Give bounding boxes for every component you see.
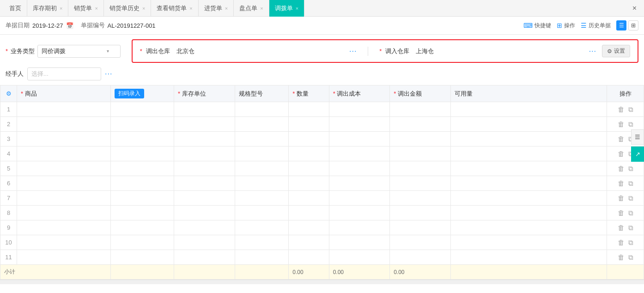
close-tab-transfer[interactable]: × (296, 6, 298, 11)
biz-type-field: * 业务类型 同价调拨 ▾ (6, 45, 121, 58)
delete-icon[interactable]: 🗑 (618, 135, 625, 143)
copy-icon[interactable]: ⧉ (628, 105, 633, 114)
delete-icon[interactable]: 🗑 (618, 224, 625, 232)
delete-icon[interactable]: 🗑 (618, 165, 625, 172)
tab-sales-history[interactable]: 销货单历史 × (104, 0, 151, 17)
th-spec: 规格型号 (235, 85, 289, 102)
items-table: ⚙ * 商品 扫码录入 * 库存单位 规格型号 * (0, 85, 644, 280)
th-available: 可用量 (450, 85, 607, 102)
calendar-icon[interactable]: 📅 (66, 22, 73, 29)
warehouse-out-more-btn[interactable]: ··· (349, 47, 357, 55)
table-row: 8🗑⧉ (0, 206, 644, 220)
agent-row: 经手人 选择... ··· (6, 67, 638, 80)
copy-icon[interactable]: ⧉ (628, 238, 633, 247)
operations-btn[interactable]: ⊞ 操作 (557, 22, 575, 30)
table-row: 10🗑⧉ (0, 235, 644, 250)
delete-icon[interactable]: 🗑 (618, 179, 625, 187)
warehouse-box: * 调出仓库 北京仓 ··· * 调入仓库 上海仓 ··· ⚙ 设置 (132, 39, 638, 63)
delete-icon[interactable]: 🗑 (618, 120, 625, 128)
table-row: 1🗑⧉ (0, 102, 644, 117)
tab-transfer[interactable]: 调拨单 × (269, 0, 304, 17)
grid-icon: ⊞ (557, 22, 562, 29)
tab-home[interactable]: 首页 (4, 0, 27, 17)
table-row: 11🗑⧉ (0, 250, 644, 265)
warehouse-out-field: * 调出仓库 北京仓 ··· (140, 47, 357, 55)
tab-view-sales[interactable]: 查看销货单 × (151, 0, 198, 17)
history-btn[interactable]: ☰ 历史单据 (581, 22, 611, 30)
shortcuts-btn[interactable]: ⌨ 快捷键 (523, 22, 551, 30)
table-row: 5🗑⧉ (0, 161, 644, 176)
copy-icon[interactable]: ⧉ (628, 165, 633, 173)
agent-select[interactable]: 选择... (27, 67, 101, 80)
table-row: 4🗑⧉ (0, 146, 644, 161)
warehouse-divider (368, 47, 368, 56)
gear-icon: ⚙ (607, 48, 612, 55)
horizontal-scrollbar[interactable] (0, 280, 644, 284)
th-amount: * 调出金额 (390, 85, 450, 102)
th-settings[interactable]: ⚙ (0, 85, 17, 102)
warehouse-in-required: * (379, 48, 382, 55)
grid-view-btn[interactable]: ⊞ (628, 20, 638, 31)
warehouse-out-required: * (140, 48, 142, 55)
side-export-btn[interactable]: ↗ (631, 146, 644, 162)
delete-icon[interactable]: 🗑 (618, 105, 625, 113)
copy-icon[interactable]: ⧉ (628, 120, 633, 128)
th-scan: 扫码录入 (111, 85, 174, 102)
close-tab-purchase-order[interactable]: × (225, 6, 228, 11)
biz-type-arrow-icon: ▾ (107, 49, 109, 54)
shortcuts-icon: ⌨ (523, 22, 533, 29)
biz-type-select[interactable]: 同价调拨 ▾ (37, 45, 121, 58)
warehouse-in-field: * 调入仓库 上海仓 ··· (379, 47, 596, 55)
delete-icon[interactable]: 🗑 (618, 150, 625, 158)
side-list-btn[interactable]: ☰ (631, 129, 644, 145)
table-wrap: ⚙ * 商品 扫码录入 * 库存单位 规格型号 * (0, 85, 644, 280)
table-header-row: ⚙ * 商品 扫码录入 * 库存单位 规格型号 * (0, 85, 644, 102)
close-tab-stocktake[interactable]: × (260, 6, 263, 11)
copy-icon[interactable]: ⧉ (628, 179, 633, 188)
copy-icon[interactable]: ⧉ (628, 209, 633, 217)
toolbar-right: ⌨ 快捷键 ⊞ 操作 ☰ 历史单据 ☰ ⊞ (523, 20, 638, 31)
th-cost: * 调出成本 (329, 85, 389, 102)
th-op: 操作 (607, 85, 644, 102)
tab-purchase-order[interactable]: 进货单 × (199, 0, 234, 17)
settings-btn[interactable]: ⚙ 设置 (602, 45, 630, 57)
copy-icon[interactable]: ⧉ (628, 253, 633, 262)
history-icon: ☰ (581, 22, 587, 29)
delete-icon[interactable]: 🗑 (618, 194, 625, 202)
close-all-tabs[interactable]: × (629, 4, 640, 12)
delete-icon[interactable]: 🗑 (618, 238, 625, 246)
warehouse-in-more-btn[interactable]: ··· (589, 47, 596, 55)
table-row: 6🗑⧉ (0, 176, 644, 191)
delete-icon[interactable]: 🗑 (618, 209, 625, 217)
tab-sales-order[interactable]: 销货单 × (68, 0, 103, 17)
close-tab-view-sales[interactable]: × (189, 6, 192, 11)
close-tab-sales-order[interactable]: × (95, 6, 97, 11)
agent-more-btn[interactable]: ··· (105, 70, 112, 78)
copy-icon[interactable]: ⧉ (628, 194, 633, 202)
th-goods: * 商品 (17, 85, 111, 102)
delete-icon[interactable]: 🗑 (618, 253, 625, 261)
table-row: 3🗑⧉ (0, 132, 644, 146)
close-tab-inventory-init[interactable]: × (60, 6, 62, 11)
table-row: 9🗑⧉ (0, 220, 644, 235)
date-field: 单据日期 2019-12-27 📅 (6, 21, 73, 30)
table-gear-icon[interactable]: ⚙ (6, 90, 12, 97)
side-float-panel: ☰ ↗ (631, 129, 644, 162)
scan-btn[interactable]: 扫码录入 (115, 89, 144, 98)
subtotal-row: 小计 0.00 0.00 0.00 (0, 265, 644, 280)
th-qty: * 数量 (289, 85, 329, 102)
tab-stocktake[interactable]: 盘点单 × (234, 0, 269, 17)
biz-type-row: * 业务类型 同价调拨 ▾ * 调出仓库 北京仓 ··· * (6, 39, 638, 63)
table-row: 7🗑⧉ (0, 191, 644, 206)
biz-type-label: * 业务类型 (6, 47, 35, 55)
table-row: 2🗑⧉ (0, 117, 644, 132)
th-unit: * 库存单位 (174, 85, 235, 102)
tab-inventory-init[interactable]: 库存期初 × (27, 0, 68, 17)
toolbar: 单据日期 2019-12-27 📅 单据编号 AL-20191227-001 ⌨… (0, 17, 644, 35)
close-tab-sales-history[interactable]: × (142, 6, 145, 11)
copy-icon[interactable]: ⧉ (628, 224, 633, 232)
form-area: * 业务类型 同价调拨 ▾ * 调出仓库 北京仓 ··· * (0, 35, 644, 85)
list-view-btn[interactable]: ☰ (616, 20, 626, 31)
tab-bar: 首页 库存期初 × 销货单 × 销货单历史 × 查看销货单 × 进货单 × 盘点… (0, 0, 644, 17)
doc-number-field: 单据编号 AL-20191227-001 (81, 21, 156, 30)
